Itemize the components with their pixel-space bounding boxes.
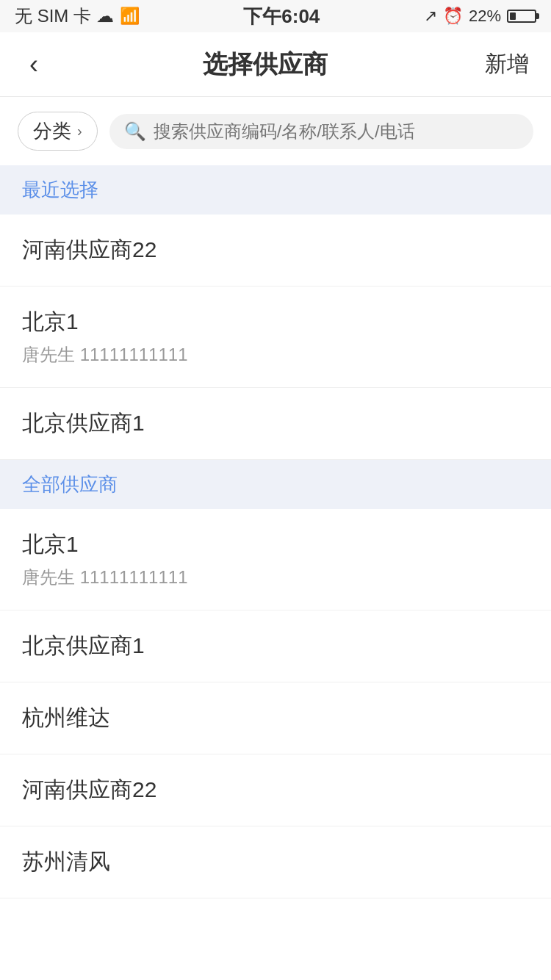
add-button[interactable]: 新增 — [485, 49, 529, 79]
list-item[interactable]: 北京供应商1 — [0, 388, 551, 460]
category-label: 分类 — [33, 118, 71, 144]
item-name: 北京供应商1 — [22, 631, 529, 661]
recent-section-header: 最近选择 — [0, 165, 551, 215]
item-sub: 唐先生 11111111111 — [22, 343, 529, 367]
all-section-header: 全部供应商 — [0, 460, 551, 509]
item-name: 河南供应商22 — [22, 235, 529, 265]
list-item[interactable]: 北京1唐先生 11111111111 — [0, 287, 551, 388]
item-sub: 唐先生 11111111111 — [22, 566, 529, 589]
list-item[interactable]: 苏州清风 — [0, 826, 551, 898]
status-left: 无 SIM 卡 ☁ 📶 — [15, 4, 140, 28]
battery-icon — [507, 10, 536, 23]
chevron-right-icon: › — [77, 123, 82, 140]
recent-list: 河南供应商22北京1唐先生 11111111111北京供应商1 — [0, 215, 551, 460]
list-item[interactable]: 杭州维达 — [0, 682, 551, 754]
search-input[interactable] — [154, 121, 519, 142]
list-item[interactable]: 河南供应商22 — [0, 754, 551, 826]
recent-section-label: 最近选择 — [22, 179, 98, 201]
item-name: 苏州清风 — [22, 847, 529, 877]
filter-bar: 分类 › 🔍 — [0, 97, 551, 165]
all-list: 北京1唐先生 11111111111北京供应商1杭州维达河南供应商22苏州清风 — [0, 509, 551, 898]
status-bar: 无 SIM 卡 ☁ 📶 下午6:04 ↗ ⏰ 22% — [0, 0, 551, 32]
category-filter-button[interactable]: 分类 › — [18, 112, 98, 151]
search-wrapper[interactable]: 🔍 — [109, 114, 533, 149]
page-title: 选择供应商 — [203, 48, 328, 82]
alarm-icon: ⏰ — [443, 7, 463, 26]
nav-bar: ‹ 选择供应商 新增 — [0, 32, 551, 97]
back-button[interactable]: ‹ — [22, 42, 46, 87]
item-name: 河南供应商22 — [22, 775, 529, 805]
item-name: 杭州维达 — [22, 703, 529, 733]
list-item[interactable]: 北京1唐先生 11111111111 — [0, 509, 551, 610]
all-section-label: 全部供应商 — [22, 473, 118, 495]
search-icon: 🔍 — [124, 121, 146, 142]
item-name: 北京1 — [22, 307, 529, 337]
wifi-icon: 📶 — [120, 7, 140, 26]
status-time: 下午6:04 — [243, 4, 320, 29]
status-right: ↗ ⏰ 22% — [424, 7, 536, 26]
item-name: 北京供应商1 — [22, 408, 529, 439]
list-item[interactable]: 河南供应商22 — [0, 215, 551, 287]
no-sim-label: 无 SIM 卡 ☁ — [15, 4, 114, 28]
battery-percentage: 22% — [469, 7, 501, 26]
location-icon: ↗ — [424, 7, 437, 26]
list-item[interactable]: 北京供应商1 — [0, 610, 551, 682]
item-name: 北京1 — [22, 530, 529, 560]
